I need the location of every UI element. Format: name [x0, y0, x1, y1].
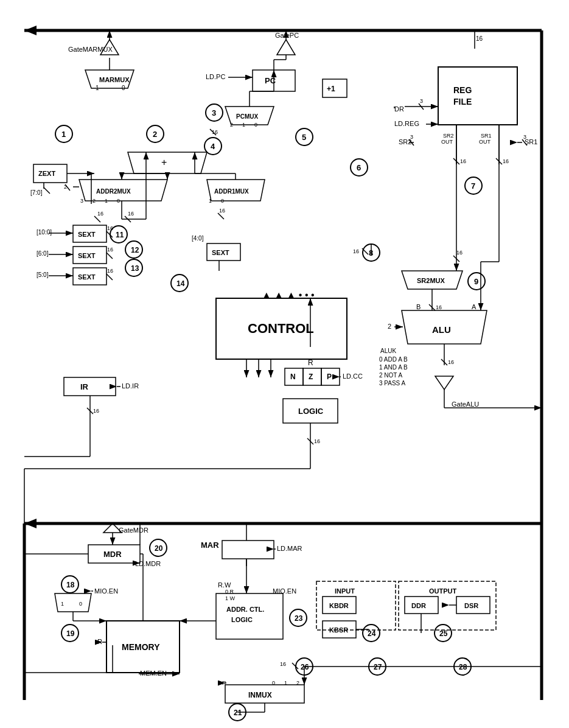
svg-text:SR2: SR2 [443, 133, 454, 139]
svg-text:16: 16 [448, 359, 454, 365]
svg-text:R: R [97, 638, 102, 645]
svg-text:OUT: OUT [441, 139, 453, 145]
svg-text:[10:0]: [10:0] [37, 229, 52, 236]
svg-text:FILE: FILE [453, 97, 472, 107]
svg-text:SR2MUX: SR2MUX [417, 277, 445, 284]
svg-text:Z: Z [309, 373, 313, 381]
svg-text:25: 25 [439, 629, 448, 638]
svg-text:1 W: 1 W [225, 595, 236, 601]
svg-line-141 [106, 253, 113, 259]
svg-text:1: 1 [105, 198, 108, 204]
svg-text:3 PASS A: 3 PASS A [379, 380, 406, 387]
svg-rect-34 [438, 67, 517, 125]
svg-text:1: 1 [284, 680, 287, 686]
svg-text:GateMARMUX: GateMARMUX [68, 46, 113, 53]
circuit-diagram: GateMARMUX GatePC MARMUX 1 0 1 PC LD.PC … [0, 0, 569, 728]
svg-text:ZEXT: ZEXT [38, 170, 55, 177]
svg-text:2: 2 [93, 198, 96, 204]
svg-marker-9 [24, 519, 37, 528]
svg-text:MEM.EN: MEM.EN [140, 670, 167, 677]
svg-text:ALUK: ALUK [380, 348, 396, 354]
svg-text:16: 16 [93, 408, 99, 414]
svg-text:SR1: SR1 [481, 133, 492, 139]
svg-line-139 [106, 231, 113, 237]
svg-text:KBSR: KBSR [329, 626, 348, 634]
svg-text:28: 28 [459, 663, 467, 671]
svg-text:1 AND A B: 1 AND A B [379, 364, 408, 371]
svg-text:21: 21 [234, 709, 242, 717]
svg-text:18: 18 [66, 581, 75, 589]
svg-text:R.W: R.W [218, 581, 231, 589]
svg-text:16: 16 [314, 438, 320, 444]
svg-text:R: R [308, 359, 313, 367]
svg-text:0: 0 [117, 198, 120, 204]
svg-text:16: 16 [107, 268, 113, 274]
svg-text:1: 1 [242, 122, 245, 128]
svg-text:23: 23 [295, 614, 303, 623]
svg-text:6: 6 [357, 163, 361, 172]
svg-text:16: 16 [503, 158, 509, 164]
svg-text:MAR: MAR [201, 541, 219, 550]
svg-text:16: 16 [353, 248, 359, 254]
svg-text:LD.IR: LD.IR [122, 382, 139, 390]
svg-text:5: 5 [302, 133, 306, 142]
svg-text:2: 2 [230, 122, 233, 128]
svg-text:ALU: ALU [432, 324, 451, 335]
svg-text:▲ ▲ ▲ • • •: ▲ ▲ ▲ • • • [262, 290, 315, 300]
svg-text:GateALU: GateALU [452, 401, 479, 408]
svg-text:16: 16 [97, 211, 103, 217]
svg-text:[7:0]: [7:0] [30, 189, 43, 196]
svg-text:2: 2 [296, 680, 299, 686]
svg-line-106 [218, 213, 224, 219]
svg-text:1: 1 [61, 601, 64, 607]
diagram-container: GateMARMUX GatePC MARMUX 1 0 1 PC LD.PC … [0, 0, 569, 728]
svg-text:16: 16 [128, 211, 134, 217]
svg-text:LD.CC: LD.CC [343, 373, 363, 380]
svg-text:A: A [472, 303, 476, 310]
svg-text:OUTPUT: OUTPUT [429, 587, 457, 595]
svg-text:SEXT: SEXT [78, 231, 96, 238]
svg-text:3: 3 [80, 198, 83, 204]
svg-text:ADDR2MUX: ADDR2MUX [96, 188, 131, 195]
svg-marker-176 [435, 376, 453, 390]
svg-text:0: 0 [79, 601, 82, 607]
svg-text:+1: +1 [327, 85, 335, 93]
svg-text:PC: PC [265, 76, 276, 85]
svg-text:+: + [161, 157, 167, 167]
svg-text:[6:0]: [6:0] [37, 250, 49, 257]
svg-text:P: P [327, 373, 332, 381]
svg-text:1: 1 [61, 130, 66, 139]
svg-text:[5:0]: [5:0] [37, 271, 49, 278]
svg-text:LOGIC: LOGIC [231, 616, 253, 623]
svg-text:INPUT: INPUT [335, 587, 355, 595]
svg-marker-13 [277, 40, 295, 55]
svg-text:7: 7 [471, 181, 475, 191]
svg-text:9: 9 [474, 277, 478, 286]
svg-text:SEXT: SEXT [212, 249, 229, 256]
svg-text:LD.MAR: LD.MAR [277, 545, 302, 552]
svg-line-289 [292, 663, 298, 669]
svg-text:MIO.EN: MIO.EN [273, 587, 296, 595]
svg-text:14: 14 [176, 279, 185, 288]
svg-text:[4:0]: [4:0] [192, 235, 204, 242]
svg-text:11: 11 [116, 231, 124, 239]
svg-text:DR: DR [394, 105, 404, 113]
svg-text:3: 3 [420, 98, 423, 104]
svg-text:OUT: OUT [479, 139, 491, 145]
svg-text:1: 1 [96, 85, 99, 91]
svg-text:REG: REG [453, 85, 472, 95]
svg-text:16: 16 [280, 661, 286, 667]
svg-text:3: 3 [410, 134, 413, 140]
svg-text:GateMDR: GateMDR [119, 527, 148, 534]
svg-text:SEXT: SEXT [78, 273, 96, 281]
svg-text:16: 16 [436, 304, 442, 310]
svg-text:16: 16 [476, 35, 483, 42]
svg-text:GatePC: GatePC [275, 32, 299, 39]
svg-text:3: 3 [523, 134, 526, 140]
svg-text:MARMUX: MARMUX [99, 76, 130, 83]
svg-text:ADDR. CTL.: ADDR. CTL. [226, 606, 264, 613]
svg-text:INMUX: INMUX [248, 691, 272, 699]
svg-text:2: 2 [388, 323, 391, 330]
svg-text:LOGIC: LOGIC [298, 407, 324, 416]
svg-line-143 [106, 274, 113, 280]
